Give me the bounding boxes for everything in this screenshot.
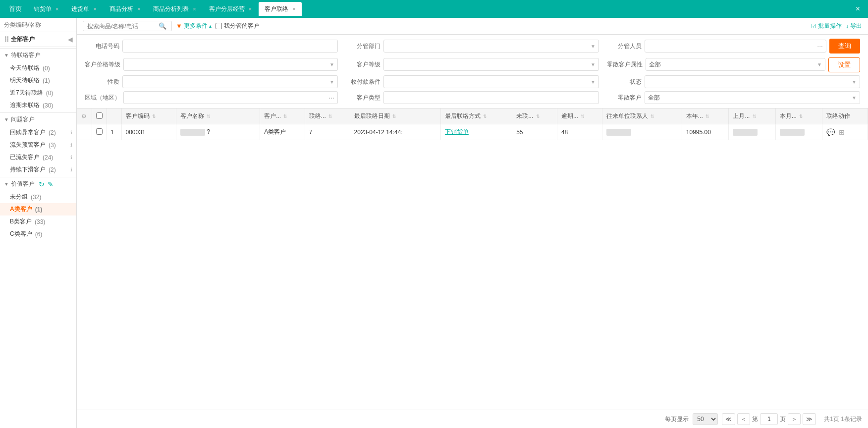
sidebar-search-input[interactable] (4, 21, 77, 28)
page-size-label: 每页显示 (665, 415, 689, 424)
col-name[interactable]: 客户名称 ⇅ (176, 108, 260, 124)
row-uncontacted: 55 (512, 124, 557, 140)
col-last-method[interactable]: 最后联络方式 ⇅ (440, 108, 512, 124)
filter-row-customer-level: 客户等级 ▼ (346, 56, 599, 72)
export-btn[interactable]: ↓ 导出 (846, 22, 862, 30)
row-seq: 1 (107, 124, 121, 140)
page-size-select[interactable]: 50 20 100 (693, 413, 718, 425)
filter-bar: 🔍 ▼ 更多条件 ▴ 我分管的客户 ☑ 批量操作 ↓ 导出 (77, 18, 868, 35)
filter-select-region[interactable]: ··· (123, 91, 338, 104)
row-qr-icon[interactable]: ⊞ (839, 128, 845, 136)
sidebar-item-class-c[interactable]: C类客户 (6) (0, 228, 76, 240)
sidebar-item-ungrouped[interactable]: 未分组 (32) (0, 191, 76, 203)
filter-select-dept[interactable]: ▼ (383, 40, 599, 53)
row-code: 000031 (121, 124, 176, 140)
col-category[interactable]: 客户... ⇅ (260, 108, 305, 124)
nav-tab-product-analysis-list[interactable]: 商品分析列表 × (147, 2, 202, 16)
filter-select-person[interactable]: ··· (645, 40, 826, 53)
col-this-month[interactable]: 本月... ⇅ (775, 108, 822, 124)
filter-select-price-level[interactable]: ▼ (123, 58, 338, 71)
filter-label-retail-customer: 零散客户 (607, 94, 642, 102)
filter-select-retail-customer[interactable]: 全部 ▼ (645, 91, 860, 104)
payment-arrow-icon: ▼ (591, 79, 596, 85)
group-value-edit-icon[interactable]: ✎ (48, 180, 54, 188)
table-container: ⚙ 客户编码 ⇅ 客户名称 ⇅ (77, 108, 868, 410)
group-value-refresh-icon[interactable]: ↻ (39, 180, 45, 188)
prev-page-btn[interactable]: ＜ (737, 413, 750, 425)
nav-tab-customer-segment[interactable]: 客户分层经营 × (203, 2, 258, 16)
col-this-year[interactable]: 本年... ⇅ (682, 108, 729, 124)
sidebar-item-class-b[interactable]: B类客户 (33) (0, 215, 76, 228)
info-icon-repurchase: ℹ (70, 130, 72, 135)
close-tab-customer-contact[interactable]: × (292, 6, 295, 12)
filter-bar-search-icon[interactable]: 🔍 (159, 22, 166, 30)
filter-select-nature[interactable]: ▼ (122, 75, 338, 88)
filter-label-payment: 收付款条件 (346, 78, 380, 86)
app-close-button[interactable]: × (852, 4, 864, 13)
filter-select-customer-level[interactable]: ▼ (383, 58, 599, 71)
filter-select-status[interactable]: ▼ (645, 75, 860, 88)
sidebar-all-customers[interactable]: ⠿ 全部客户 ◀ (0, 32, 76, 47)
filter-select-payment[interactable]: ▼ (383, 75, 599, 88)
sidebar-item-7days-contact[interactable]: 近7天待联络 (0) (0, 87, 76, 99)
sidebar-item-declining[interactable]: 持续下滑客户 (2) ℹ (0, 163, 76, 176)
page-number-input[interactable] (760, 413, 778, 425)
select-all-checkbox[interactable] (96, 112, 103, 119)
sidebar-item-class-a[interactable]: A类客户 (1) (0, 203, 76, 215)
row-chat-icon[interactable]: 💬 (826, 128, 835, 136)
nav-home[interactable]: 首页 (4, 2, 27, 16)
nav-tab-product-analysis[interactable]: 商品分析 × (104, 2, 146, 16)
query-btn[interactable]: 查询 (829, 39, 860, 54)
filter-label-region: 区域（地区） (85, 94, 120, 102)
row-last-method[interactable]: 下销货单 (440, 124, 512, 140)
group-value-label[interactable]: ▼ 价值客户 ↻ ✎ (0, 177, 76, 191)
nav-tab-customer-contact[interactable]: 客户联络 × (259, 2, 301, 16)
nav-tab-purchase[interactable]: 进货单 × (65, 2, 102, 16)
filter-label-status: 状态 (607, 78, 642, 86)
sidebar-item-today-contact[interactable]: 今天待联络 (0) (0, 62, 76, 74)
group-problem-label[interactable]: ▼ 问题客户 (0, 113, 76, 126)
sidebar-item-repurchase-abnormal[interactable]: 回购异常客户 (2) ℹ (0, 126, 76, 139)
first-page-btn[interactable]: ≪ (722, 413, 735, 425)
col-settings[interactable]: ⚙ (77, 108, 92, 124)
sidebar-item-lost-customers[interactable]: 已流失客户 (24) ℹ (0, 151, 76, 163)
my-customers-checkbox[interactable]: 我分管的客户 (216, 22, 260, 30)
col-contact-sort-icon: ⇅ (328, 114, 332, 119)
col-last-month[interactable]: 上月... ⇅ (729, 108, 775, 124)
col-uncontacted[interactable]: 未联... ⇅ (512, 108, 557, 124)
col-contact[interactable]: 联络... ⇅ (305, 108, 350, 124)
filter-input-phone[interactable] (122, 40, 338, 53)
info-icon-lost: ℹ (70, 155, 72, 160)
group-pending-contact-label[interactable]: ▼ 待联络客户 (0, 49, 76, 62)
col-history-contact[interactable]: 往来单位联系人 ⇅ (602, 108, 682, 124)
search-input[interactable] (87, 23, 157, 30)
sidebar-item-tomorrow-contact[interactable]: 明天待联络 (1) (0, 74, 76, 87)
my-customers-input[interactable] (216, 23, 222, 29)
col-code[interactable]: 客户编码 ⇅ (121, 108, 176, 124)
sidebar-dots-icon: ⠿ (4, 36, 9, 44)
row-last-method-link[interactable]: 下销货单 (445, 128, 469, 135)
more-filters-btn[interactable]: ▼ 更多条件 ▴ (176, 22, 212, 30)
col-last-date[interactable]: 最后联络日期 ⇅ (350, 108, 440, 124)
col-last-date-sort-icon: ⇅ (392, 114, 396, 119)
filter-select-retail-attr[interactable]: 全部 ▼ (646, 58, 825, 71)
sidebar-collapse-icon[interactable]: ◀ (68, 36, 72, 43)
next-page-btn[interactable]: ＞ (788, 413, 801, 425)
close-tab-purchase[interactable]: × (93, 6, 96, 12)
col-overdue[interactable]: 逾期... ⇅ (557, 108, 602, 124)
close-tab-customer-segment[interactable]: × (249, 6, 252, 12)
last-page-btn[interactable]: ≫ (803, 413, 816, 425)
filter-label-customer-type: 客户类型 (346, 94, 380, 102)
nav-tab-sales[interactable]: 销货单 × (28, 2, 64, 16)
close-tab-product-analysis[interactable]: × (137, 6, 140, 12)
status-arrow-icon: ▼ (852, 79, 857, 85)
set-btn[interactable]: 设置 (828, 57, 860, 72)
row-checkbox[interactable] (96, 128, 103, 135)
col-code-sort-icon: ⇅ (152, 114, 156, 119)
batch-op-btn[interactable]: ☑ 批量操作 (811, 22, 842, 30)
sidebar-item-churn-warning[interactable]: 流失预警客户 (3) ℹ (0, 139, 76, 151)
filter-input-customer-type[interactable] (383, 91, 599, 104)
sidebar-item-overdue-contact[interactable]: 逾期未联络 (30) (0, 99, 76, 111)
close-tab-sales[interactable]: × (55, 6, 58, 12)
close-tab-product-analysis-list[interactable]: × (193, 6, 196, 12)
